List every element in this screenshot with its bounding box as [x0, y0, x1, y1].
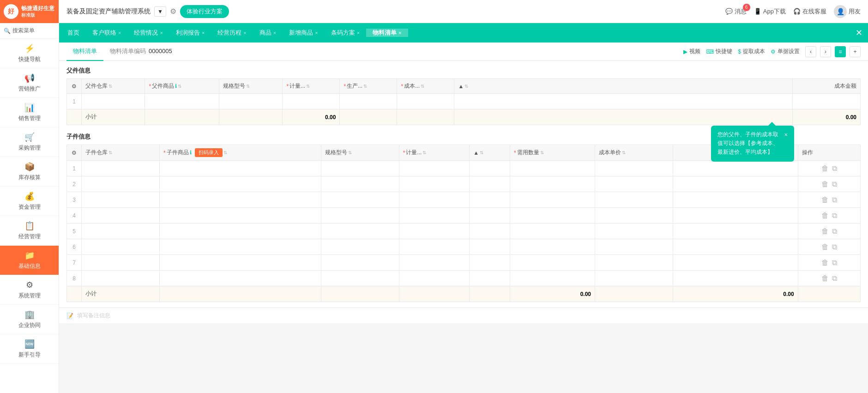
nav-tab-ops-history[interactable]: 经营历程×	[211, 29, 253, 37]
close-tab-profit-report[interactable]: ×	[202, 30, 205, 36]
delete-row-7-button[interactable]: 🗑	[821, 259, 829, 266]
sidebar-item-system[interactable]: ⚙系统管理	[0, 275, 59, 305]
copy-row-6-button[interactable]: ⧉	[832, 243, 837, 251]
child-extra-2[interactable]	[470, 176, 510, 192]
sidebar-item-operations[interactable]: 📋经营管理	[0, 216, 59, 246]
close-tab-bom[interactable]: ×	[398, 30, 401, 36]
search-menu[interactable]: 🔍 搜索菜单	[0, 23, 59, 39]
child-col-settings[interactable]: ⚙	[67, 145, 82, 161]
child-extra-5[interactable]	[470, 224, 510, 239]
child-spec-3[interactable]	[321, 192, 399, 208]
child-quantity-8[interactable]	[510, 271, 595, 286]
child-warehouse-3[interactable]	[82, 192, 160, 208]
child-product-7[interactable]	[160, 255, 321, 271]
delete-row-6-button[interactable]: 🗑	[821, 243, 829, 251]
child-unit-cost-6[interactable]	[595, 239, 673, 255]
online-service-button[interactable]: 🎧 在线客服	[793, 7, 826, 16]
parent-unit-1[interactable]	[283, 94, 340, 109]
delete-row-3-button[interactable]: 🗑	[821, 196, 829, 204]
close-tab-customer[interactable]: ×	[118, 30, 121, 36]
child-extra-3[interactable]	[470, 192, 510, 208]
child-product-2[interactable]	[160, 176, 321, 192]
tooltip-close-button[interactable]: ×	[784, 130, 788, 140]
close-tab-new-products[interactable]: ×	[315, 30, 318, 36]
child-warehouse-8[interactable]	[82, 271, 160, 286]
child-unit-cost-1[interactable]	[595, 161, 673, 176]
child-warehouse-1[interactable]	[82, 161, 160, 176]
child-quantity-3[interactable]	[510, 192, 595, 208]
prev-record-button[interactable]: ‹	[805, 46, 816, 57]
settings-icon[interactable]: ⚙	[170, 7, 176, 16]
child-quantity-1[interactable]	[510, 161, 595, 176]
child-unit-1[interactable]	[399, 161, 470, 176]
delete-row-8-button[interactable]: 🗑	[821, 274, 829, 282]
tab-bom-list[interactable]: 物料清单	[66, 42, 103, 61]
child-extra-8[interactable]	[470, 271, 510, 286]
nav-tab-barcode[interactable]: 条码方案×	[325, 29, 366, 37]
child-unit-cost-4[interactable]	[595, 208, 673, 224]
sidebar-item-quick-nav[interactable]: ⚡快捷导航	[0, 39, 59, 68]
child-extra-7[interactable]	[470, 255, 510, 271]
close-tab-operations-status[interactable]: ×	[160, 30, 163, 36]
nav-tab-customer[interactable]: 客户联络×	[86, 29, 127, 37]
copy-row-7-button[interactable]: ⧉	[832, 259, 837, 266]
add-record-button[interactable]: +	[850, 46, 861, 57]
nav-tab-bom[interactable]: 物料清单×	[366, 29, 408, 37]
menu-view-button[interactable]: ≡	[835, 46, 846, 57]
child-unit-8[interactable]	[399, 271, 470, 286]
parent-extra-1[interactable]	[454, 94, 793, 109]
child-unit-cost-2[interactable]	[595, 176, 673, 192]
parent-spec-1[interactable]	[219, 94, 283, 109]
system-select[interactable]: ▼	[154, 6, 166, 17]
copy-row-5-button[interactable]: ⧉	[832, 227, 837, 235]
child-warehouse-4[interactable]	[82, 208, 160, 224]
child-unit-2[interactable]	[399, 176, 470, 192]
child-product-5[interactable]	[160, 224, 321, 239]
delete-row-5-button[interactable]: 🗑	[821, 227, 829, 235]
copy-row-2-button[interactable]: ⧉	[832, 180, 837, 188]
child-unit-cost-5[interactable]	[595, 224, 673, 239]
sidebar-item-sales[interactable]: 📊销售管理	[0, 98, 59, 127]
child-unit-7[interactable]	[399, 255, 470, 271]
nav-tab-home[interactable]: 首页	[61, 29, 86, 37]
child-quantity-4[interactable]	[510, 208, 595, 224]
child-warehouse-2[interactable]	[82, 176, 160, 192]
child-warehouse-6[interactable]	[82, 239, 160, 255]
child-unit-cost-7[interactable]	[595, 255, 673, 271]
child-extra-4[interactable]	[470, 208, 510, 224]
child-product-6[interactable]	[160, 239, 321, 255]
trial-button[interactable]: 体验行业方案	[180, 5, 229, 18]
child-spec-1[interactable]	[321, 161, 399, 176]
copy-row-3-button[interactable]: ⧉	[832, 196, 837, 204]
user-button[interactable]: 👤 用友	[834, 5, 861, 18]
child-quantity-6[interactable]	[510, 239, 595, 255]
child-quantity-7[interactable]	[510, 255, 595, 271]
doc-settings-button[interactable]: ⚙ 单据设置	[771, 48, 800, 55]
child-spec-8[interactable]	[321, 271, 399, 286]
nav-tab-profit-report[interactable]: 利润报告×	[169, 29, 211, 37]
nav-tab-products[interactable]: 商品×	[253, 29, 283, 37]
close-tab-products[interactable]: ×	[273, 30, 276, 36]
parent-cost-1[interactable]	[397, 94, 454, 109]
close-tab-ops-history[interactable]: ×	[243, 30, 246, 36]
child-unit-cost-8[interactable]	[595, 271, 673, 286]
next-record-button[interactable]: ›	[820, 46, 831, 57]
close-all-tabs-button[interactable]: ✕	[852, 28, 866, 38]
copy-row-1-button[interactable]: ⧉	[832, 164, 837, 172]
sidebar-item-enterprise[interactable]: 🏢企业协同	[0, 305, 59, 334]
child-unit-4[interactable]	[399, 208, 470, 224]
delete-row-1-button[interactable]: 🗑	[821, 164, 829, 172]
child-extra-6[interactable]	[470, 239, 510, 255]
child-quantity-2[interactable]	[510, 176, 595, 192]
child-warehouse-5[interactable]	[82, 224, 160, 239]
child-product-3[interactable]	[160, 192, 321, 208]
sidebar-item-guide[interactable]: 🆕新手引导	[0, 334, 59, 364]
nav-tab-new-products[interactable]: 新增商品×	[283, 29, 324, 37]
app-download-button[interactable]: 📱 App下载	[754, 7, 786, 16]
sidebar-item-purchase[interactable]: 🛒采购管理	[0, 127, 59, 157]
child-product-4[interactable]	[160, 208, 321, 224]
child-spec-4[interactable]	[321, 208, 399, 224]
child-product-8[interactable]	[160, 271, 321, 286]
sidebar-item-basic-info[interactable]: 📁基础信息	[0, 246, 59, 275]
shortcut-button[interactable]: ⌨ 快捷键	[706, 48, 732, 55]
